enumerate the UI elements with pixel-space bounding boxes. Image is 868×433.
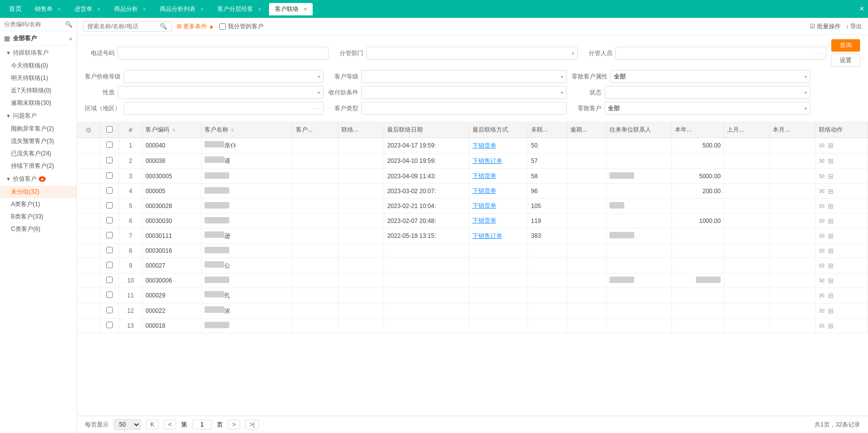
row-checkbox[interactable] (106, 232, 113, 238)
filter-retail-attr-select[interactable]: 全部▾ (610, 70, 810, 83)
grid-action-icon[interactable]: ⊞ (828, 277, 834, 285)
close-product-analysis-icon[interactable]: × (143, 6, 146, 12)
page-number-input[interactable] (192, 420, 212, 430)
grid-action-icon[interactable]: ⊞ (828, 247, 834, 255)
grid-action-icon[interactable]: ⊞ (828, 217, 834, 225)
sidebar-item-class-c[interactable]: C类客户(6) (0, 223, 76, 235)
sidebar-item-overdue[interactable]: 逾期未联络(30) (0, 97, 76, 109)
td-checkbox[interactable] (100, 303, 119, 319)
message-icon[interactable]: ✉ (819, 307, 825, 315)
th-not-contacted[interactable]: 未联... (528, 122, 567, 138)
th-checkbox[interactable] (100, 122, 119, 138)
last-contact-way-link[interactable]: 下销货单 (472, 217, 496, 224)
td-checkbox[interactable] (100, 274, 119, 288)
window-close-button[interactable]: × (860, 4, 864, 13)
grid-action-icon[interactable]: ⊞ (828, 202, 834, 210)
sidebar-item-hoarding[interactable]: 囤购异常客户(2) (0, 123, 76, 135)
filter-price-level-select[interactable]: ▾ (124, 70, 324, 83)
sidebar-search-input[interactable] (4, 21, 63, 28)
reset-button[interactable]: 设置 (831, 54, 860, 67)
grid-action-icon[interactable]: ⊞ (828, 142, 834, 149)
row-checkbox[interactable] (106, 187, 113, 194)
export-button[interactable]: ↓ 导出 (846, 22, 862, 31)
message-icon[interactable]: ✉ (819, 232, 825, 240)
grid-action-icon[interactable]: ⊞ (828, 262, 834, 270)
filter-dept-select[interactable]: ▾ (366, 47, 577, 60)
row-checkbox[interactable] (106, 157, 113, 163)
message-icon[interactable]: ✉ (819, 247, 825, 255)
row-checkbox[interactable] (106, 277, 113, 283)
select-all-checkbox[interactable] (106, 126, 113, 133)
td-checkbox[interactable] (100, 258, 119, 274)
page-size-select[interactable]: 50 100 (114, 419, 141, 430)
td-checkbox[interactable] (100, 288, 119, 303)
row-checkbox[interactable] (106, 307, 113, 313)
my-customers-checkbox-label[interactable]: 我分管的客户 (219, 22, 264, 31)
td-checkbox[interactable] (100, 319, 119, 333)
collapse-icon[interactable]: « (69, 35, 72, 42)
td-checkbox[interactable] (100, 138, 119, 153)
th-unit-contact[interactable]: 往来单位联系人 (606, 122, 672, 138)
tab-customer-contact[interactable]: 客户联络 × (269, 3, 313, 15)
close-product-analysis-list-icon[interactable]: × (200, 6, 203, 12)
sidebar-search-icon[interactable]: 🔍 (65, 21, 72, 28)
message-icon[interactable]: ✉ (819, 322, 825, 330)
last-contact-way-link[interactable]: 下销售订单 (472, 232, 502, 239)
more-conditions-button[interactable]: ⊞ 更多条件 ▲ (177, 22, 214, 31)
th-contact[interactable]: 联络... (338, 122, 384, 138)
th-this-month[interactable]: 本月... (770, 122, 815, 138)
settings-icon[interactable]: ⚙ (85, 126, 92, 134)
filter-manager-input[interactable]: ··· (615, 47, 826, 60)
row-checkbox[interactable] (106, 247, 113, 253)
prev-page-button[interactable]: < (164, 420, 176, 430)
tab-product-analysis[interactable]: 商品分析 × (108, 3, 152, 15)
close-purchase-order-icon[interactable]: × (97, 6, 100, 12)
section-value-customers[interactable]: ▼ 价值客户 ● (0, 172, 76, 186)
sidebar-item-churn-warning[interactable]: 流失预警客户(3) (0, 135, 76, 147)
last-contact-way-link[interactable]: 下销货单 (472, 172, 496, 179)
sidebar-item-today[interactable]: 今天待联络(0) (0, 60, 76, 72)
td-checkbox[interactable] (100, 228, 119, 244)
td-checkbox[interactable] (100, 214, 119, 228)
sidebar-item-tomorrow[interactable]: 明天待联络(1) (0, 72, 76, 84)
grid-action-icon[interactable]: ⊞ (828, 322, 834, 330)
th-last-month[interactable]: 上月... (724, 122, 770, 138)
message-icon[interactable]: ✉ (819, 291, 825, 299)
th-name[interactable]: 客户名称 ⇅ (201, 122, 292, 138)
last-page-button[interactable]: >| (245, 420, 259, 430)
close-customer-contact-icon[interactable]: × (304, 6, 307, 12)
message-icon[interactable]: ✉ (819, 157, 825, 165)
home-tab[interactable]: 首页 (4, 2, 27, 15)
row-checkbox[interactable] (106, 291, 113, 298)
th-this-year[interactable]: 本年... (671, 122, 724, 138)
message-icon[interactable]: ✉ (819, 142, 825, 149)
row-checkbox[interactable] (106, 262, 113, 268)
batch-ops-button[interactable]: ☑ 批量操作 (810, 22, 841, 31)
th-last-contact-date[interactable]: 最后联络日期 (384, 122, 469, 138)
sidebar-item-churned[interactable]: 已流失客户(24) (0, 147, 76, 160)
th-overdue[interactable]: 逾期... (567, 122, 606, 138)
filter-status-select[interactable]: ▾ (604, 86, 810, 99)
td-checkbox[interactable] (100, 184, 119, 199)
last-contact-way-link[interactable]: 下销售订单 (472, 157, 502, 164)
td-checkbox[interactable] (100, 199, 119, 214)
th-cust-type[interactable]: 客户... (293, 122, 338, 138)
next-page-button[interactable]: > (228, 420, 240, 430)
filter-region-input[interactable]: ··· (124, 102, 324, 115)
message-icon[interactable]: ✉ (819, 172, 825, 180)
filter-cust-level-select[interactable]: ▾ (361, 70, 567, 83)
message-icon[interactable]: ✉ (819, 217, 825, 225)
first-page-button[interactable]: K (146, 420, 159, 430)
grid-action-icon[interactable]: ⊞ (828, 172, 834, 180)
message-icon[interactable]: ✉ (819, 262, 825, 270)
th-code[interactable]: 客户编码 ⇅ (142, 122, 201, 138)
row-checkbox[interactable] (106, 322, 113, 328)
last-contact-way-link[interactable]: 下销货单 (472, 187, 496, 194)
sidebar-item-7days[interactable]: 近7天待联络(0) (0, 84, 76, 97)
close-customer-segment-icon[interactable]: × (258, 6, 261, 12)
sidebar-item-class-b[interactable]: B类客户(33) (0, 211, 76, 223)
search-icon[interactable]: 🔍 (160, 23, 167, 30)
grid-action-icon[interactable]: ⊞ (828, 307, 834, 315)
td-checkbox[interactable] (100, 244, 119, 258)
th-gear[interactable]: ⚙ (77, 122, 100, 138)
